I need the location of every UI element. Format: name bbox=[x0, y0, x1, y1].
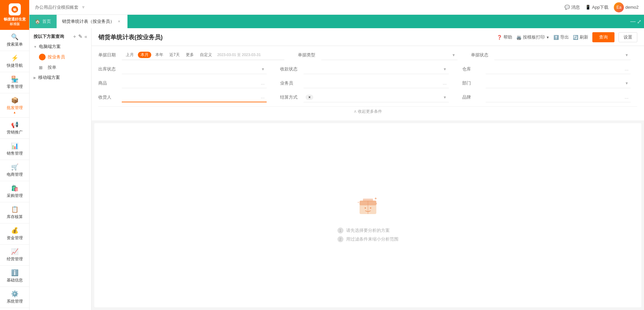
tip-num-2: 2 bbox=[337, 236, 343, 242]
sidebar-item-finance[interactable]: 💰 资金管理 bbox=[0, 223, 30, 245]
sidebar-item-purchase[interactable]: 🛍️ 采购管理 bbox=[0, 181, 30, 202]
receiver-more[interactable]: … bbox=[261, 95, 265, 99]
sidebar-item-wholesale[interactable]: 📦 批发管理 ▲ bbox=[0, 93, 30, 118]
app-name: 畅捷通好生意 bbox=[4, 17, 26, 22]
sidebar-item-search[interactable]: 🔍 搜索菜单 bbox=[0, 30, 30, 51]
page-title-row: 销货单统计表(按业务员) ❓ 帮助 🖨️ 按模板打印 ▼ ⬆️ bbox=[98, 32, 637, 42]
tab-close-btn[interactable]: × bbox=[116, 19, 122, 24]
left-panel-title: 按以下方案查询 bbox=[34, 34, 64, 40]
sidebar-item-sales[interactable]: 📊 销售管理 bbox=[0, 139, 30, 160]
tree-section-mobile[interactable]: ▶ 移动端方案 bbox=[30, 72, 91, 83]
tree-section-mobile-label: 移动端方案 bbox=[38, 74, 60, 81]
sidebar-label-search: 搜索菜单 bbox=[7, 42, 23, 47]
tab-sales-stat[interactable]: 销货单统计表（按业务员） × bbox=[57, 15, 127, 28]
settings-button[interactable]: 设置 bbox=[619, 32, 637, 42]
date-more[interactable]: 更多 bbox=[184, 52, 196, 58]
collapse-filters-btn[interactable]: ∧ 收起更多条件 bbox=[98, 106, 637, 116]
settlement-tag: × bbox=[306, 95, 313, 100]
collect-status-field[interactable]: ▼ bbox=[304, 64, 448, 74]
out-status-field[interactable]: ▼ bbox=[122, 64, 267, 74]
date-this-year[interactable]: 本年 bbox=[153, 52, 165, 58]
collect-status-arrow: ▼ bbox=[443, 67, 447, 71]
receiver-field[interactable]: … bbox=[122, 92, 267, 102]
order-icon: ⊞ bbox=[39, 65, 46, 70]
sidebar-item-quick-nav[interactable]: ⚡ 快捷导航 bbox=[0, 51, 30, 72]
message-btn[interactable]: 💬 消息 bbox=[565, 4, 580, 10]
sidebar-label-quick-nav: 快捷导航 bbox=[7, 63, 23, 68]
filter-row-4: 收货人 … 结算方式 × ▼ 品牌 … bbox=[98, 92, 637, 102]
salesman-label: 业务员 bbox=[280, 80, 304, 86]
date-field[interactable]: 上月 本月 本年 近7天 更多 自定义 2023-03-01 至 2023-03… bbox=[122, 50, 284, 60]
edit-scheme-icon[interactable]: ✎ bbox=[78, 34, 83, 40]
settlement-field[interactable]: × ▼ bbox=[304, 92, 448, 102]
tree-item-order-label: 按单 bbox=[48, 64, 56, 70]
date-this-month[interactable]: 本月 bbox=[138, 52, 151, 58]
salesman-more[interactable]: … bbox=[443, 81, 447, 86]
print-label: 按模板打印 bbox=[523, 34, 545, 40]
sidebar-item-operations[interactable]: 📈 经营管理 bbox=[0, 245, 30, 266]
sidebar-label-sales: 销售管理 bbox=[7, 151, 23, 156]
svg-text:✦: ✦ bbox=[375, 202, 378, 205]
department-field[interactable]: ▼ bbox=[486, 78, 631, 88]
brand-more[interactable]: … bbox=[625, 95, 629, 100]
user-info[interactable]: Ea demo2 bbox=[614, 2, 639, 12]
salesman-field[interactable]: … bbox=[304, 78, 448, 88]
user-avatar: Ea bbox=[614, 2, 624, 12]
settlement-tag-close[interactable]: × bbox=[308, 95, 311, 100]
tab-actions: — ⤢ bbox=[630, 18, 644, 25]
tab-minimize-icon[interactable]: — bbox=[630, 18, 636, 24]
tree-item-by-order[interactable]: ⊞ 按单 bbox=[36, 62, 91, 72]
receiver-label: 收货人 bbox=[98, 94, 122, 100]
warehouse-more[interactable]: … bbox=[625, 67, 629, 71]
marketing-icon: 📢 bbox=[11, 121, 18, 128]
refresh-label: 刷新 bbox=[580, 34, 588, 40]
tree-section-pc[interactable]: ▼ 电脑端方案 bbox=[30, 42, 91, 52]
add-scheme-btn[interactable]: + bbox=[73, 34, 76, 40]
message-icon: 💬 bbox=[565, 5, 570, 10]
app-download-btn[interactable]: 📱 App下载 bbox=[585, 4, 608, 10]
expand-mobile-icon: ▶ bbox=[34, 76, 36, 80]
sidebar-item-system[interactable]: ⚙️ 系统管理 bbox=[0, 287, 30, 308]
sidebar-item-basic[interactable]: ℹ️ 基础信息 bbox=[0, 266, 30, 287]
sidebar-label-basic: 基础信息 bbox=[7, 277, 23, 283]
filter-row-3: 商品 … 业务员 … 部门 ▼ bbox=[98, 78, 637, 88]
query-button[interactable]: 查询 bbox=[592, 32, 614, 42]
goods-field[interactable]: … bbox=[122, 78, 267, 88]
system-icon: ⚙️ bbox=[11, 290, 18, 298]
sidebar-item-enterprise[interactable]: 🤝 企业协同 bbox=[0, 308, 30, 310]
export-btn[interactable]: ⬆️ 导出 bbox=[553, 34, 569, 40]
sidebar-item-retail[interactable]: 🏪 零售管理 bbox=[0, 72, 30, 93]
date-last-month[interactable]: 上月 bbox=[124, 52, 136, 58]
tree-item-by-salesman[interactable]: 按业务员 bbox=[36, 52, 91, 62]
tab-home[interactable]: 🏠 首页 bbox=[30, 15, 57, 28]
tab-maximize-icon[interactable]: ⤢ bbox=[637, 18, 641, 25]
empty-state: ✦ ✦ ✦ 1 请先选择要分析的方案 2 用过滤条件来缩小分析范围 bbox=[94, 123, 641, 307]
doc-type-field[interactable]: ▼ bbox=[321, 50, 458, 60]
help-btn[interactable]: ❓ 帮助 bbox=[497, 34, 512, 40]
basic-icon: ℹ️ bbox=[11, 269, 18, 276]
date-last-7days[interactable]: 近7天 bbox=[167, 52, 182, 58]
goods-more[interactable]: … bbox=[261, 81, 265, 86]
svg-rect-5 bbox=[363, 199, 373, 201]
sidebar-item-inventory[interactable]: 📋 库存核算 bbox=[0, 202, 30, 223]
collapse-panel-icon[interactable]: « bbox=[85, 34, 87, 40]
sidebar-label-wholesale: 批发管理 bbox=[7, 105, 23, 111]
brand-field[interactable]: … bbox=[486, 92, 631, 102]
warehouse-field[interactable]: … bbox=[486, 64, 631, 74]
date-custom[interactable]: 自定义 bbox=[198, 52, 214, 58]
department-label: 部门 bbox=[462, 80, 486, 86]
sales-icon: 📊 bbox=[11, 142, 18, 150]
print-btn[interactable]: 🖨️ 按模板打印 ▼ bbox=[516, 34, 549, 40]
sidebar: 畅 畅捷通好生意 标准版 🔍 搜索菜单 ⚡ 快捷导航 🏪 零售管理 📦 批发管理… bbox=[0, 0, 30, 310]
sidebar-item-ecommerce[interactable]: 🛒 电商管理 bbox=[0, 160, 30, 181]
out-status-arrow: ▼ bbox=[261, 67, 265, 71]
sidebar-label-purchase: 采购管理 bbox=[7, 193, 23, 199]
doc-status-label: 单据状态 bbox=[471, 52, 494, 58]
tree-sub-pc: 按业务员 ⊞ 按单 bbox=[30, 52, 91, 72]
refresh-btn[interactable]: 🔄 刷新 bbox=[573, 34, 588, 40]
tab-sales-stat-label: 销货单统计表（按业务员） bbox=[62, 18, 114, 24]
sidebar-item-marketing[interactable]: 📢 营销推广 bbox=[0, 118, 30, 139]
wholesale-icon: 📦 bbox=[11, 97, 18, 104]
doc-status-field[interactable]: ▼ bbox=[494, 50, 631, 60]
empty-illustration: ✦ ✦ ✦ bbox=[351, 187, 385, 221]
